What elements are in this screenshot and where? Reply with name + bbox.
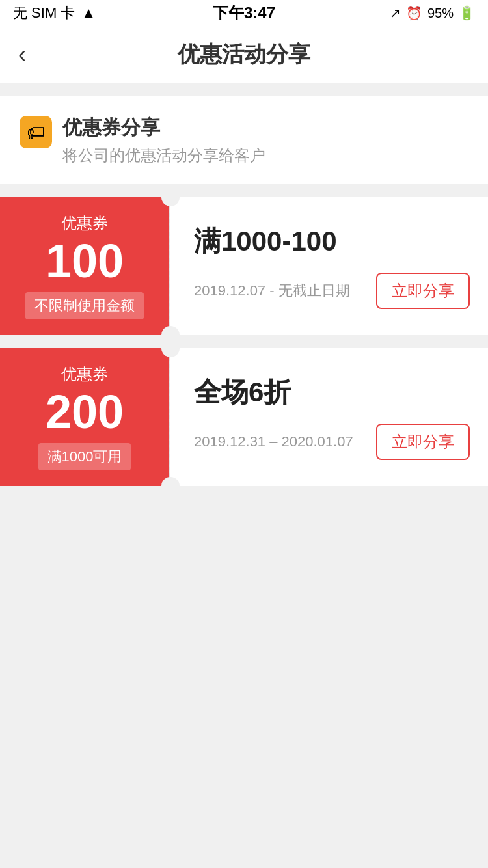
coupon-condition-2: 满1000可用	[38, 443, 131, 470]
coupon-card-2: 优惠券 200 满1000可用 全场6折 2019.12.31 – 2020.0…	[0, 348, 488, 486]
coupon-condition-1: 不限制使用金额	[25, 292, 144, 319]
carrier-text: 无 SIM 卡	[13, 3, 75, 23]
coupon-title-2: 全场6折	[194, 374, 470, 411]
coupon-date-2: 2019.12.31 – 2020.01.07	[194, 433, 353, 450]
section-heading: 优惠券分享	[62, 115, 265, 141]
coupon-list: 优惠券 100 不限制使用金额 满1000-100 2019.12.07 - 无…	[0, 197, 488, 499]
coupon-label-1: 优惠券	[61, 213, 108, 234]
wifi-icon: ▲	[81, 5, 96, 21]
back-button[interactable]: ‹	[18, 41, 26, 68]
coupon-amount-1: 100	[46, 237, 124, 284]
battery-icon: 🔋	[459, 5, 475, 21]
coupon-bottom-1: 2019.12.07 - 无截止日期 立即分享	[194, 273, 470, 309]
share-button-1[interactable]: 立即分享	[376, 273, 470, 309]
alarm-icon: ⏰	[406, 5, 422, 21]
section-text: 优惠券分享 将公司的优惠活动分享给客户	[62, 115, 265, 166]
coupon-title-1: 满1000-100	[194, 223, 470, 260]
section-subtext: 将公司的优惠活动分享给客户	[62, 145, 265, 166]
coupon-right-2: 全场6折 2019.12.31 – 2020.01.07 立即分享	[169, 348, 488, 486]
coupon-left-2: 优惠券 200 满1000可用	[0, 348, 169, 486]
status-time: 下午3:47	[213, 3, 275, 23]
page-title: 优惠活动分享	[178, 40, 310, 70]
coupon-bottom-2: 2019.12.31 – 2020.01.07 立即分享	[194, 424, 470, 460]
coupon-left-1: 优惠券 100 不限制使用金额	[0, 197, 169, 335]
share-button-2[interactable]: 立即分享	[376, 424, 470, 460]
coupon-card-1: 优惠券 100 不限制使用金额 满1000-100 2019.12.07 - 无…	[0, 197, 488, 335]
coupon-date-1: 2019.12.07 - 无截止日期	[194, 281, 350, 301]
battery-percent: 95%	[427, 6, 454, 21]
back-chevron-icon: ‹	[18, 41, 26, 68]
coupon-divider-2	[169, 357, 170, 477]
coupon-right-1: 满1000-100 2019.12.07 - 无截止日期 立即分享	[169, 197, 488, 335]
coupon-label-2: 优惠券	[61, 364, 108, 385]
section-header: 🏷 优惠券分享 将公司的优惠活动分享给客户	[0, 96, 488, 184]
status-right: ↗ ⏰ 95% 🔋	[390, 5, 475, 21]
location-icon: ↗	[390, 5, 401, 21]
coupon-divider-1	[169, 206, 170, 326]
section-icon: 🏷	[20, 116, 52, 148]
coupon-amount-2: 200	[46, 388, 124, 435]
nav-bar: ‹ 优惠活动分享	[0, 26, 488, 83]
status-bar: 无 SIM 卡 ▲ 下午3:47 ↗ ⏰ 95% 🔋	[0, 0, 488, 26]
status-left: 无 SIM 卡 ▲	[13, 3, 96, 23]
coupon-icon: 🏷	[27, 122, 45, 143]
